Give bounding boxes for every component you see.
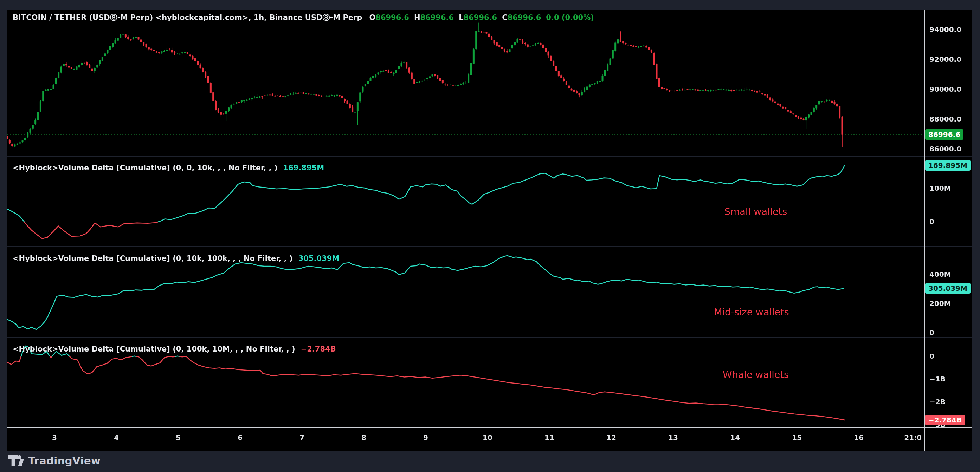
mid-size-wallets-annotation-text[interactable]: Mid-size wallets bbox=[714, 307, 789, 317]
mid-size-wallets-axis-tick: 200M bbox=[929, 299, 951, 308]
small-wallets-indicator-value: 169.895M bbox=[283, 164, 325, 172]
time-axis-tick: 12 bbox=[606, 433, 616, 442]
time-axis-tick: 9 bbox=[423, 433, 428, 442]
price-axis-tick: 86000.0 bbox=[929, 145, 961, 153]
open-label: O bbox=[369, 13, 375, 22]
time-axis-tick: 13 bbox=[668, 433, 678, 442]
whale-wallets-axis-tick: −1B bbox=[929, 375, 945, 383]
small-wallets-axis-tick: 0 bbox=[929, 217, 934, 226]
change-value: 0.0 (0.00%) bbox=[546, 13, 594, 22]
whale-wallets-axis-tick: −2B bbox=[929, 398, 945, 406]
small-wallets-indicator-title[interactable]: <Hyblock>Volume Delta [Cumulative] (0, 0… bbox=[13, 164, 278, 172]
tradingview-logo-text: TradingView bbox=[28, 455, 100, 467]
time-axis-tick: 7 bbox=[299, 433, 304, 442]
mid-size-wallets-axis-tick: 400M bbox=[929, 270, 951, 279]
open-value: 86996.6 bbox=[375, 13, 409, 22]
mid-size-wallets-indicator-value: 305.039M bbox=[298, 254, 340, 263]
time-axis-tick: 8 bbox=[361, 433, 366, 442]
price-axis-tick: 92000.0 bbox=[929, 55, 961, 63]
time-axis-tick: 6 bbox=[238, 433, 243, 442]
time-axis-tick: 21:0 bbox=[904, 433, 922, 442]
close-value: 86996.6 bbox=[508, 13, 541, 22]
high-label: H bbox=[414, 13, 420, 22]
whale-wallets-last-value-badge: −2.784B bbox=[925, 415, 965, 425]
time-axis-tick: 5 bbox=[176, 433, 181, 442]
whale-wallets-indicator-title[interactable]: <Hyblock>Volume Delta [Cumulative] (0, 1… bbox=[13, 345, 295, 353]
price-axis-tick: 94000.0 bbox=[929, 25, 961, 34]
time-axis-tick: 14 bbox=[730, 433, 740, 442]
low-label: L bbox=[459, 13, 463, 22]
tradingview-logo-icon bbox=[8, 454, 24, 468]
symbol-title[interactable]: BITCOIN / TETHER (USDⓈ-M Perp) <hyblockc… bbox=[13, 13, 362, 22]
low-value: 86996.6 bbox=[464, 13, 497, 22]
tradingview-screenshot: BITCOIN / TETHER (USDⓈ-M Perp) <hyblockc… bbox=[0, 0, 980, 472]
whale-wallets-axis-tick: 0 bbox=[929, 352, 934, 360]
close-label: C bbox=[502, 13, 507, 22]
chart-canvas[interactable] bbox=[7, 10, 972, 451]
time-axis-tick: 11 bbox=[544, 433, 554, 442]
time-axis-tick: 15 bbox=[792, 433, 802, 442]
tradingview-logo[interactable]: TradingView bbox=[8, 454, 100, 468]
small-wallets-last-value-badge: 169.895M bbox=[925, 160, 970, 171]
mid-size-wallets-last-value-badge: 305.039M bbox=[925, 283, 970, 294]
time-axis-tick: 4 bbox=[114, 433, 119, 442]
mid-size-wallets-pane-legend: <Hyblock>Volume Delta [Cumulative] (0, 1… bbox=[13, 254, 339, 263]
mid-size-wallets-indicator-title[interactable]: <Hyblock>Volume Delta [Cumulative] (0, 1… bbox=[13, 254, 293, 263]
whale-wallets-annotation-text[interactable]: Whale wallets bbox=[723, 369, 789, 380]
time-axis-tick: 16 bbox=[854, 433, 864, 442]
mid-size-wallets-axis-tick: 0 bbox=[929, 328, 934, 337]
time-axis-tick: 3 bbox=[52, 433, 57, 442]
price-last-value-badge: 86996.6 bbox=[925, 129, 964, 140]
whale-wallets-pane-legend: <Hyblock>Volume Delta [Cumulative] (0, 1… bbox=[13, 345, 336, 353]
high-value: 86996.6 bbox=[420, 13, 454, 22]
whale-wallets-indicator-value: −2.784B bbox=[301, 345, 336, 353]
price-axis-tick: 88000.0 bbox=[929, 115, 961, 123]
ohlc-readout: O86996.6H86996.6L86996.6C86996.60.0 (0.0… bbox=[369, 13, 594, 22]
small-wallets-axis-tick: 100M bbox=[929, 184, 951, 192]
small-wallets-pane-legend: <Hyblock>Volume Delta [Cumulative] (0, 0… bbox=[13, 164, 324, 172]
time-axis-tick: 10 bbox=[483, 433, 492, 442]
price-axis-tick: 90000.0 bbox=[929, 85, 961, 93]
small-wallets-annotation-text[interactable]: Small wallets bbox=[724, 206, 787, 217]
main-legend: BITCOIN / TETHER (USDⓈ-M Perp) <hyblockc… bbox=[13, 13, 594, 22]
